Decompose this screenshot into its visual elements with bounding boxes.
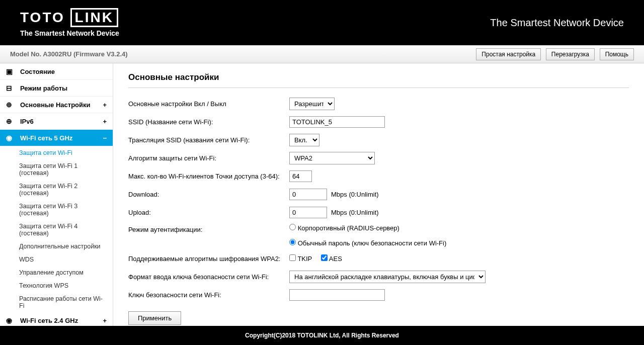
- label-broadcast: Трансляция SSID (названия сети Wi-Fi):: [128, 136, 289, 144]
- nav-mode[interactable]: ⊟Режим работы: [0, 80, 113, 97]
- logo: TOTO LINK The Smartest Network Device: [20, 8, 119, 37]
- expand-icon: +: [103, 118, 107, 125]
- nav-sub-schedule[interactable]: Расписание работы сети Wi-Fi: [0, 292, 113, 312]
- header: TOTO LINK The Smartest Network Device Th…: [0, 0, 644, 45]
- header-tagline: The Smartest Network Device: [490, 17, 624, 29]
- label-upload: Upload:: [128, 209, 289, 216]
- security-select[interactable]: WPA2: [289, 152, 375, 164]
- reboot-button[interactable]: Перезагрузка: [546, 48, 595, 60]
- label-security: Алгоритм защиты сети Wi-Fi:: [128, 154, 289, 162]
- checkbox-tkip[interactable]: TKIP: [289, 255, 312, 263]
- nav-wifi-24ghz[interactable]: ◉Wi-Fi сеть 2.4 GHz+: [0, 312, 113, 326]
- apply-button[interactable]: Применить: [128, 311, 181, 325]
- download-input[interactable]: [289, 189, 327, 200]
- ssid-input[interactable]: [289, 116, 385, 128]
- status-icon: ▣: [6, 67, 16, 75]
- broadcast-select[interactable]: Вкл.: [289, 134, 319, 146]
- label-authmode: Режим аутентификации:: [128, 224, 289, 233]
- radio-radius[interactable]: Корпоротивный (RADIUS-сервер): [289, 224, 399, 232]
- content-area: Основные настройки Основные настройки Вк…: [113, 63, 644, 326]
- footer: Copyright(C)2018 TOTOLINK Ltd, All Right…: [0, 326, 644, 345]
- radio-password[interactable]: Обычный пароль (ключ безопасности сети W…: [289, 239, 446, 247]
- info-bar: Model No. A3002RU (Firmware V3.2.4) Прос…: [0, 45, 644, 63]
- label-keyformat: Формат ввода ключа безопасности сети Wi-…: [128, 273, 289, 281]
- keyformat-select[interactable]: На английской раскладке клавиатуры, вклю…: [289, 271, 486, 283]
- nav-sub-guest4[interactable]: Защита сети Wi-Fi 4 (гостевая): [0, 220, 113, 240]
- nav-sub-guest2[interactable]: Защита сети Wi-Fi 2 (гостевая): [0, 180, 113, 200]
- model-label: Model No. A3002RU (Firmware V3.2.4): [10, 50, 128, 58]
- nav-basic[interactable]: ⊕Основные Настройки+: [0, 97, 113, 113]
- globe-icon: ⊕: [6, 117, 16, 125]
- wifi-icon: ◉: [6, 316, 16, 324]
- nav-ipv6[interactable]: ⊕IPv6+: [0, 113, 113, 130]
- label-ssid: SSID (Название сети Wi-Fi):: [128, 118, 289, 126]
- label-download: Download:: [128, 191, 289, 198]
- maxclients-input[interactable]: [289, 170, 312, 182]
- nav-wifi-5ghz[interactable]: ◉Wi-Fi сеть 5 GHz−: [0, 130, 113, 146]
- expand-icon: +: [103, 101, 107, 109]
- upload-input[interactable]: [289, 207, 327, 218]
- checkbox-aes[interactable]: AES: [321, 255, 342, 263]
- key-input[interactable]: [289, 289, 385, 301]
- label-maxclients: Макс. кол-во Wi-Fi-клиентов Точки доступ…: [128, 172, 289, 180]
- nav-sub-guest3[interactable]: Защита сети Wi-Fi 3 (гостевая): [0, 200, 113, 220]
- nav-sub-advanced[interactable]: Дополнительные настройки: [0, 240, 113, 253]
- nav-sub-wps[interactable]: Технология WPS: [0, 279, 113, 292]
- nav-sub-access[interactable]: Управление доступом: [0, 266, 113, 279]
- enable-select[interactable]: Разрешить: [289, 98, 335, 110]
- nav-sub-wds[interactable]: WDS: [0, 253, 113, 266]
- page-title: Основные настройки: [128, 72, 629, 82]
- nav-sub-security[interactable]: Защита сети Wi-Fi: [0, 146, 113, 159]
- nav-sub-guest1[interactable]: Защита сети Wi-Fi 1 (гостевая): [0, 159, 113, 180]
- label-enable: Основные настройки Вкл / Выкл: [128, 100, 289, 108]
- collapse-icon: −: [103, 134, 107, 142]
- unit-label: Mbps (0:Unlimit): [331, 191, 379, 198]
- mode-icon: ⊟: [6, 84, 16, 92]
- help-button[interactable]: Помощь: [600, 48, 634, 60]
- sidebar: ▣Состояние ⊟Режим работы ⊕Основные Настр…: [0, 63, 113, 326]
- simple-setup-button[interactable]: Простая настройка: [476, 48, 541, 60]
- globe-icon: ⊕: [6, 101, 16, 109]
- label-cipher: Поддерживаемые алгоритмы шифрования WPA2…: [128, 255, 289, 263]
- nav-status[interactable]: ▣Состояние: [0, 63, 113, 80]
- wifi-icon: ◉: [6, 134, 16, 142]
- label-key: Ключ безопасности сети Wi-Fi:: [128, 291, 289, 299]
- expand-icon: +: [103, 317, 107, 324]
- unit-label: Mbps (0:Unlimit): [331, 209, 379, 216]
